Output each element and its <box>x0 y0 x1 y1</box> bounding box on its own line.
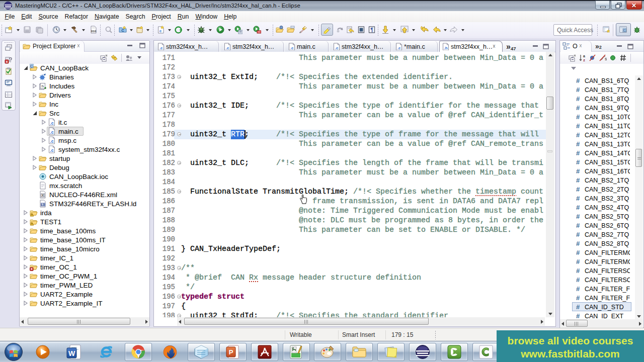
svg-text:.h: .h <box>444 46 447 50</box>
svg-text:S: S <box>605 57 607 61</box>
svg-text:.c: .c <box>335 46 339 50</box>
svg-text:C: C <box>121 28 124 33</box>
svg-text:.c: .c <box>50 139 54 144</box>
svg-text:.c: .c <box>397 46 401 50</box>
svg-text:c: c <box>159 29 162 33</box>
svg-text:x: x <box>6 60 8 63</box>
svg-text:h: h <box>42 84 44 88</box>
svg-text:X: X <box>41 193 44 198</box>
svg-text:.c: .c <box>50 148 54 153</box>
svg-text:a: a <box>583 54 585 58</box>
svg-text:C: C <box>623 29 626 32</box>
svg-text:LD: LD <box>41 203 45 206</box>
svg-text:.c: .c <box>159 46 163 50</box>
svg-text:¶: ¶ <box>370 27 373 33</box>
svg-text:.c: .c <box>50 121 54 126</box>
svg-text:W: W <box>68 349 75 357</box>
svg-text:.c: .c <box>290 46 294 50</box>
svg-text:.c: .c <box>50 130 54 135</box>
svg-text:z: z <box>583 58 585 62</box>
svg-text:C: C <box>30 64 33 68</box>
svg-text:010: 010 <box>91 30 97 33</box>
svg-text:.c: .c <box>226 46 229 50</box>
svg-text:P: P <box>229 348 233 356</box>
svg-text:x: x <box>31 267 33 270</box>
